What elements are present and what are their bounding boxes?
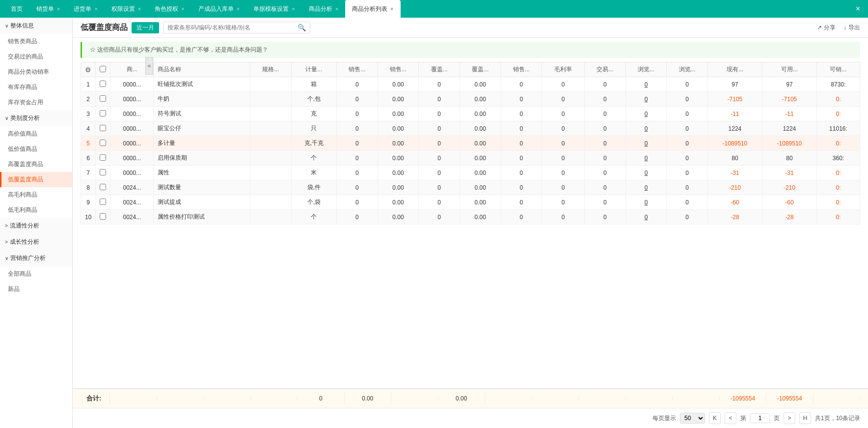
page-number-input[interactable]: [750, 413, 770, 423]
row-select-checkbox[interactable]: [100, 95, 106, 102]
row-browse1[interactable]: 0: [625, 136, 667, 151]
browse-link[interactable]: 0: [645, 96, 648, 103]
browse-link[interactable]: 0: [645, 199, 648, 206]
nav-tab-sales[interactable]: 销货单 ×: [29, 0, 67, 18]
browse-link[interactable]: 0: [645, 111, 648, 117]
close-icon[interactable]: ×: [57, 0, 60, 18]
sidebar-item-traded-goods[interactable]: 交易过的商品: [0, 49, 72, 64]
row-code: 0000...: [110, 136, 154, 151]
sidebar-section-growth[interactable]: > 成长性分析: [0, 234, 72, 250]
last-page-button[interactable]: H: [799, 412, 811, 424]
row-checkbox[interactable]: [96, 107, 110, 121]
nav-tab-goods-analysis-list[interactable]: 商品分析列表 ×: [345, 0, 400, 18]
row-select-checkbox[interactable]: [100, 213, 106, 220]
nav-tab-template[interactable]: 单据模板设置 ×: [246, 0, 301, 18]
row-checkbox[interactable]: [96, 151, 110, 166]
sidebar-item-low-margin[interactable]: 低毛利商品: [0, 202, 72, 218]
prev-page-button[interactable]: <: [725, 412, 736, 424]
sidebar-item-capital-occupy[interactable]: 库存资金占用: [0, 95, 72, 110]
row-browse2: 0: [667, 136, 708, 151]
sidebar-item-category-turnover[interactable]: 商品分类动销率: [0, 64, 72, 80]
close-icon[interactable]: ×: [335, 0, 338, 18]
row-checkbox[interactable]: [96, 92, 110, 107]
close-icon[interactable]: ×: [237, 0, 240, 18]
sidebar-item-in-stock[interactable]: 有库存商品: [0, 80, 72, 95]
next-page-button[interactable]: >: [784, 412, 795, 424]
row-select-checkbox[interactable]: [100, 199, 106, 205]
nav-tab-roles[interactable]: 角色授权 ×: [148, 0, 191, 18]
th-checkbox[interactable]: [96, 62, 110, 77]
sidebar-section-category[interactable]: ∨ 类别度分析: [0, 110, 72, 126]
nav-tab-production[interactable]: 产成品入库单 ×: [191, 0, 246, 18]
sidebar-section-marketing[interactable]: ∨ 营销推广分析: [0, 250, 72, 266]
share-button[interactable]: ↗ 分享: [817, 24, 836, 32]
per-page-select[interactable]: 50 100 200: [680, 413, 705, 424]
close-icon[interactable]: ×: [181, 0, 184, 18]
row-current-stock: 1224: [707, 121, 762, 136]
nav-tab-purchase[interactable]: 进货单 ×: [67, 0, 104, 18]
sidebar-section-overall-label: 整体信息: [10, 22, 34, 30]
row-select-checkbox[interactable]: [100, 125, 106, 131]
row-browse1[interactable]: 0: [625, 92, 667, 107]
close-icon[interactable]: ×: [94, 0, 97, 18]
row-checkbox[interactable]: [96, 180, 110, 195]
row-checkbox[interactable]: [96, 166, 110, 180]
sidebar-item-low-value[interactable]: 低价值商品: [0, 142, 72, 157]
nav-tab-home[interactable]: 首页: [4, 0, 29, 18]
row-browse1[interactable]: 0: [625, 166, 667, 180]
search-input[interactable]: [167, 24, 296, 31]
row-checkbox[interactable]: [96, 77, 110, 92]
row-select-checkbox[interactable]: [100, 154, 106, 161]
close-all-button[interactable]: ×: [852, 4, 864, 13]
sidebar-item-sales-goods[interactable]: 销售类商品: [0, 34, 72, 49]
row-browse1[interactable]: 0: [625, 180, 667, 195]
row-select-checkbox[interactable]: [100, 169, 106, 175]
row-checkbox[interactable]: [96, 121, 110, 136]
browse-link[interactable]: 0: [645, 81, 648, 88]
sidebar-item-new-goods[interactable]: 新品: [0, 282, 72, 297]
row-select-checkbox[interactable]: [100, 184, 106, 190]
sidebar-section-overall[interactable]: ∨ 整体信息: [0, 18, 72, 34]
row-checkbox[interactable]: [96, 136, 110, 151]
browse-link[interactable]: 0: [645, 125, 648, 132]
row-checkbox[interactable]: [96, 195, 110, 210]
select-all-checkbox[interactable]: [100, 66, 106, 72]
th-browse2: 浏览...: [667, 62, 708, 77]
row-available-stock: 1224: [762, 121, 816, 136]
row-browse1[interactable]: 0: [625, 195, 667, 210]
browse-link[interactable]: 0: [645, 170, 648, 176]
sidebar-section-circulation[interactable]: > 流通性分析: [0, 218, 72, 234]
row-browse1[interactable]: 0: [625, 210, 667, 225]
row-browse1[interactable]: 0: [625, 77, 667, 92]
nav-tab-permissions[interactable]: 权限设置 ×: [105, 0, 148, 18]
row-browse1[interactable]: 0: [625, 151, 667, 166]
sidebar-item-all-goods[interactable]: 全部商品: [0, 266, 72, 282]
time-filter-button[interactable]: 近一月: [132, 22, 159, 33]
close-icon[interactable]: ×: [138, 0, 141, 18]
row-select-checkbox[interactable]: [100, 81, 106, 87]
first-page-button[interactable]: K: [709, 412, 721, 424]
browse-link[interactable]: 0: [645, 214, 648, 221]
sidebar-item-low-coverage[interactable]: 低覆盖度商品: [0, 172, 72, 187]
browse-link[interactable]: 0: [645, 155, 648, 162]
sidebar-collapse-button[interactable]: «: [145, 57, 153, 75]
sidebar-item-high-value[interactable]: 高价值商品: [0, 126, 72, 142]
row-num: 8: [81, 180, 96, 195]
close-icon[interactable]: ×: [390, 0, 393, 18]
row-name: 属性价格打印测试: [154, 210, 250, 225]
row-select-checkbox[interactable]: [100, 110, 106, 116]
row-browse1[interactable]: 0: [625, 107, 667, 121]
export-button[interactable]: ↓ 导出: [843, 24, 860, 32]
row-cover2: 0.00: [460, 180, 501, 195]
browse-link[interactable]: 0: [645, 140, 648, 147]
browse-link[interactable]: 0: [645, 184, 648, 191]
sidebar-item-high-margin[interactable]: 高毛利商品: [0, 187, 72, 202]
nav-tab-goods-analysis[interactable]: 商品分析 ×: [302, 0, 345, 18]
row-select-checkbox[interactable]: [100, 140, 106, 146]
sidebar-item-high-coverage[interactable]: 高覆盖度商品: [0, 157, 72, 172]
row-browse1[interactable]: 0: [625, 121, 667, 136]
close-icon[interactable]: ×: [292, 0, 295, 18]
row-checkbox[interactable]: [96, 210, 110, 225]
search-icon[interactable]: 🔍: [298, 24, 306, 31]
th-settings[interactable]: ⚙: [81, 62, 96, 77]
